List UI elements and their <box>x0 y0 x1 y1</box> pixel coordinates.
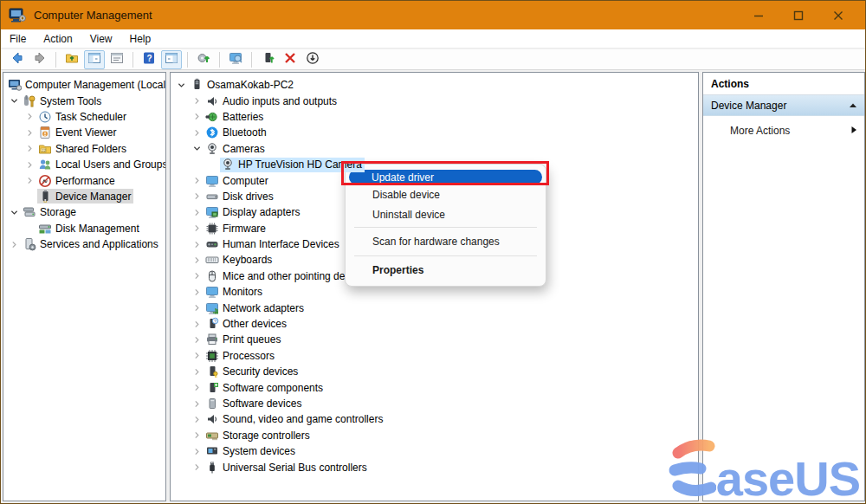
chevron-right-icon[interactable] <box>190 205 204 219</box>
tree-item-processors[interactable]: Processors <box>171 348 698 364</box>
collapse-triangle-icon[interactable] <box>849 100 857 112</box>
tree-item-label: Keyboards <box>223 254 272 266</box>
back-arrow-button[interactable] <box>7 50 28 69</box>
up-one-level-button[interactable] <box>61 50 82 69</box>
tree-item-software-devices[interactable]: Software devices <box>171 396 698 411</box>
context-menu-item-properties[interactable]: Properties <box>346 259 546 281</box>
software-component-icon <box>204 381 219 395</box>
chevron-right-icon[interactable] <box>190 317 204 331</box>
device-manager-icon <box>37 190 52 204</box>
window-title: Computer Management <box>34 9 152 22</box>
scan-computer-button[interactable] <box>225 50 246 69</box>
forward-arrow-button[interactable] <box>29 50 50 69</box>
menu-view[interactable]: View <box>81 29 121 48</box>
update-driver-software-button[interactable] <box>193 50 214 69</box>
chevron-right-icon[interactable] <box>190 412 204 426</box>
tree-item-computer-management-local[interactable]: Computer Management (Local <box>3 77 165 93</box>
chevron-right-icon[interactable] <box>23 142 37 156</box>
context-menu-item-scan-for-hardware-changes[interactable]: Scan for hardware changes <box>346 230 546 253</box>
tree-item-print-queues[interactable]: Print queues <box>171 332 698 347</box>
tree-item-event-viewer[interactable]: Event Viewer <box>3 125 165 140</box>
chevron-right-icon[interactable] <box>23 126 37 139</box>
tree-item-cameras[interactable]: Cameras <box>171 141 698 157</box>
minimize-button[interactable] <box>739 1 779 29</box>
disable-button[interactable] <box>302 50 323 69</box>
tree-item-audio-inputs-and-outputs[interactable]: Audio inputs and outputs <box>171 93 698 108</box>
close-button[interactable] <box>818 1 858 29</box>
chevron-right-icon[interactable] <box>190 444 204 458</box>
task-scheduler-icon <box>37 110 52 124</box>
tree-item-sound-video-and-game-controllers[interactable]: Sound, video and game controllers <box>171 411 698 427</box>
tree-item-storage[interactable]: Storage <box>3 204 165 220</box>
tree-item-device-manager[interactable]: Device Manager <box>3 189 165 204</box>
context-menu-item-disable-device[interactable]: Disable device <box>346 184 546 204</box>
tree-item-label: System devices <box>223 445 295 457</box>
show-console-tree-button[interactable] <box>84 50 105 69</box>
tree-item-batteries[interactable]: Batteries <box>171 109 698 125</box>
uninstall-button[interactable] <box>280 50 301 69</box>
menu-file[interactable]: File <box>1 29 35 48</box>
chevron-right-icon[interactable] <box>190 285 204 299</box>
maximize-button[interactable] <box>779 1 818 29</box>
chevron-right-icon[interactable] <box>190 174 204 188</box>
chevron-down-icon[interactable] <box>174 78 189 92</box>
menu-action[interactable]: Action <box>35 29 81 48</box>
tree-item-universal-serial-bus-controllers[interactable]: Universal Serial Bus controllers <box>171 459 698 475</box>
context-menu-item-uninstall-device[interactable]: Uninstall device <box>346 204 546 224</box>
tree-item-storage-controllers[interactable]: Storage controllers <box>171 428 698 443</box>
chevron-right-icon[interactable] <box>190 126 204 139</box>
chevron-right-icon[interactable] <box>190 110 204 124</box>
chevron-down-icon[interactable] <box>7 205 22 219</box>
menu-help[interactable]: Help <box>121 29 160 48</box>
chevron-right-icon[interactable] <box>23 110 37 124</box>
chevron-down-icon[interactable] <box>190 142 204 156</box>
tree-item-shared-folders[interactable]: 22Shared Folders <box>3 141 165 157</box>
services-icon <box>22 237 36 251</box>
chevron-right-icon[interactable] <box>190 237 204 251</box>
tree-item-label: Other devices <box>223 318 287 330</box>
update-hardware-button[interactable] <box>257 50 278 69</box>
chevron-right-icon[interactable] <box>190 253 204 267</box>
chevron-right-icon[interactable] <box>190 94 204 108</box>
show-action-pane-button[interactable] <box>161 50 182 69</box>
update-driver-software-icon <box>197 51 210 68</box>
tree-item-bluetooth[interactable]: Bluetooth <box>171 125 698 140</box>
tree-item-task-scheduler[interactable]: Task Scheduler <box>3 109 165 125</box>
computer-management-app-icon <box>9 8 26 23</box>
tree-item-system-devices[interactable]: System devices <box>171 443 698 459</box>
chevron-right-icon[interactable] <box>190 429 204 443</box>
tree-item-performance[interactable]: Performance <box>3 172 165 188</box>
chevron-right-icon[interactable] <box>190 301 204 315</box>
help-button[interactable]: ? <box>139 50 159 69</box>
chevron-right-icon[interactable] <box>23 158 37 171</box>
chevron-right-icon[interactable] <box>190 269 204 283</box>
expand-right-triangle-icon[interactable] <box>850 125 857 137</box>
tree-item-local-users-and-groups[interactable]: Local Users and Groups <box>3 157 165 172</box>
more-actions-item[interactable]: More Actions <box>703 120 864 141</box>
actions-group-device-manager[interactable]: Device Manager <box>703 95 864 116</box>
tree-item-network-adapters[interactable]: Network adapters <box>171 300 698 315</box>
chevron-right-icon[interactable] <box>190 461 204 475</box>
tree-item-osamakokab-pc2[interactable]: OsamaKokab-PC2 <box>171 77 698 93</box>
chevron-down-icon[interactable] <box>7 94 22 108</box>
chevron-right-icon[interactable] <box>190 190 204 204</box>
properties-window-button[interactable] <box>107 50 127 69</box>
tree-item-software-components[interactable]: Software components <box>171 379 698 395</box>
tree-item-label: Storage <box>40 206 76 218</box>
chevron-right-icon[interactable] <box>190 333 204 346</box>
tree-item-label: Universal Serial Bus controllers <box>223 462 367 474</box>
sound-icon <box>204 412 219 426</box>
tree-item-hp-truevision-hd-camera[interactable]: HP TrueVision HD Camera <box>171 157 698 172</box>
chevron-right-icon[interactable] <box>23 174 37 188</box>
tree-item-other-devices[interactable]: ?Other devices <box>171 316 698 332</box>
chevron-right-icon[interactable] <box>7 237 22 251</box>
chevron-right-icon[interactable] <box>190 397 204 410</box>
chevron-right-icon[interactable] <box>190 222 204 236</box>
chevron-right-icon[interactable] <box>190 349 204 363</box>
tree-item-services-and-applications[interactable]: Services and Applications <box>3 236 165 252</box>
chevron-right-icon[interactable] <box>190 381 204 395</box>
tree-item-disk-management[interactable]: Disk Management <box>3 221 165 236</box>
tree-item-security-devices[interactable]: Security devices <box>171 364 698 379</box>
chevron-right-icon[interactable] <box>190 365 204 378</box>
tree-item-system-tools[interactable]: System Tools <box>3 93 165 108</box>
